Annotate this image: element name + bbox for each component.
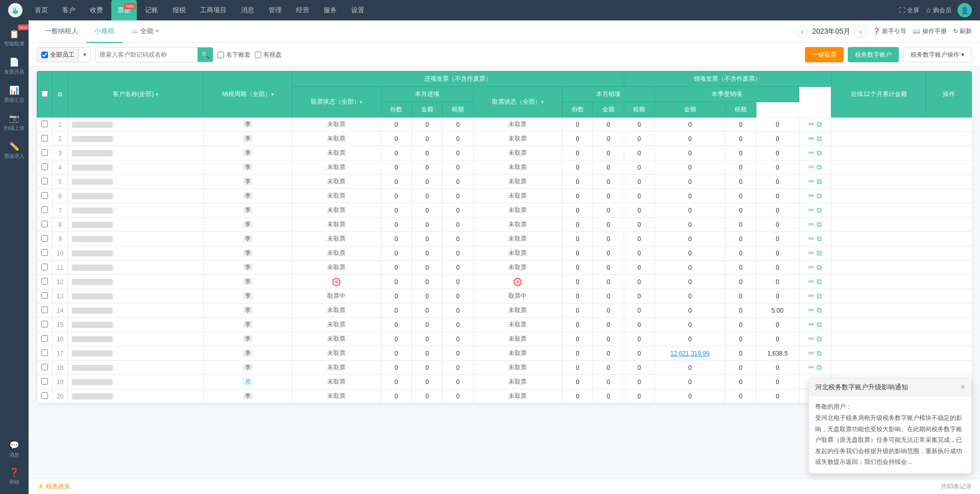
copy-button[interactable]: ⧉ — [817, 234, 822, 243]
table-cell[interactable]: ✏⧉ — [799, 132, 831, 146]
edit-button[interactable]: ✏ — [808, 320, 815, 328]
table-cell[interactable] — [37, 218, 53, 232]
table-cell[interactable]: ✏⧉ — [799, 275, 831, 289]
row-checkbox[interactable] — [41, 178, 48, 184]
tax-disk-checkbox[interactable] — [255, 52, 261, 58]
edit-button[interactable]: ✏ — [808, 192, 815, 200]
tab-small-scale[interactable]: 小规模 — [86, 20, 122, 43]
table-cell[interactable] — [37, 175, 53, 189]
select-all-checkbox[interactable] — [41, 90, 48, 97]
row-checkbox[interactable] — [41, 307, 48, 313]
copy-button[interactable]: ⧉ — [817, 163, 822, 171]
employee-select[interactable]: 全部员工 ▾ — [37, 47, 91, 62]
table-cell[interactable] — [37, 346, 53, 361]
copy-button[interactable]: ⧉ — [817, 120, 822, 128]
row-checkbox[interactable] — [41, 335, 48, 342]
table-cell[interactable]: ✏⧉ — [799, 189, 831, 203]
th-tax-cycle[interactable]: 纳税周期（全部）▾ — [203, 72, 292, 117]
edit-button[interactable]: ✏ — [808, 349, 815, 357]
nav-service[interactable]: 服务 — [317, 0, 343, 20]
nav-message[interactable]: 消息 — [235, 0, 260, 20]
nav-home[interactable]: 首页 — [29, 0, 54, 20]
table-cell[interactable]: ✏⧉ — [799, 175, 831, 189]
table-cell[interactable] — [37, 303, 53, 318]
copy-button[interactable]: ⧉ — [817, 249, 822, 257]
table-cell[interactable] — [37, 189, 53, 203]
edit-button[interactable]: ✏ — [808, 292, 815, 300]
row-checkbox[interactable] — [41, 149, 48, 156]
table-cell[interactable]: ✏⧉ — [799, 303, 831, 318]
edit-button[interactable]: ✏ — [808, 177, 815, 185]
copy-button[interactable]: ⧉ — [817, 206, 822, 214]
notification-close-button[interactable]: × — [961, 383, 965, 392]
row-checkbox[interactable] — [41, 206, 48, 213]
edit-button[interactable]: ✏ — [808, 220, 815, 228]
table-cell[interactable] — [37, 318, 53, 332]
row-checkbox[interactable] — [41, 235, 48, 242]
nav-settings[interactable]: 设置 — [345, 0, 371, 20]
table-cell[interactable] — [37, 275, 53, 289]
sidebar-item-help[interactable]: ❓ 帮助 — [0, 463, 29, 490]
row-checkbox[interactable] — [41, 392, 48, 399]
edit-button[interactable]: ✏ — [808, 335, 815, 343]
table-cell[interactable] — [37, 146, 53, 160]
table-cell[interactable]: ✏⧉ — [799, 332, 831, 346]
table-cell[interactable]: ✏⧉ — [799, 117, 831, 132]
row-checkbox[interactable] — [41, 278, 48, 285]
edit-button[interactable]: ✏ — [808, 149, 815, 157]
table-cell[interactable] — [37, 389, 53, 404]
tab-general-taxpayer[interactable]: 一般纳税人 — [37, 20, 86, 43]
row-checkbox[interactable] — [41, 292, 48, 299]
nav-invoice[interactable]: 票据 new — [111, 0, 137, 20]
nav-operation[interactable]: 经营 — [290, 0, 315, 20]
nav-billing[interactable]: 收费 — [84, 0, 109, 20]
table-cell[interactable] — [37, 203, 53, 218]
row-checkbox[interactable] — [41, 192, 48, 199]
edit-button[interactable]: ✏ — [808, 263, 815, 271]
edit-button[interactable]: ✏ — [808, 277, 815, 286]
th-out-ticket-status[interactable]: 取票状态（全部）▾ — [473, 87, 562, 117]
copy-button[interactable]: ⧉ — [817, 277, 822, 286]
edit-button[interactable]: ✏ — [808, 206, 815, 214]
new-guide-button[interactable]: ❓ 新手引导 — [873, 27, 906, 36]
table-cell[interactable]: ✏⧉ — [799, 203, 831, 218]
tab-all-capable[interactable]: ☁️ 全能 ▾ — [122, 20, 167, 43]
table-cell[interactable] — [37, 289, 53, 303]
edit-button[interactable]: ✏ — [808, 163, 815, 171]
table-cell[interactable] — [37, 117, 53, 132]
tax-disk-checkbox-label[interactable]: 有税盘 — [255, 51, 282, 59]
table-cell[interactable]: ✏⧉ — [799, 246, 831, 261]
edit-button[interactable]: ✏ — [808, 363, 815, 371]
nav-bookkeeping[interactable]: 记账 — [139, 0, 164, 20]
th-in-ticket-status[interactable]: 取票状态（全部）▾ — [292, 87, 381, 117]
out-status-filter[interactable]: ▾ — [541, 99, 544, 105]
refresh-button[interactable]: ↻ 刷新 — [953, 27, 972, 36]
copy-button[interactable]: ⧉ — [817, 306, 822, 314]
table-cell[interactable]: ✏⧉ — [799, 160, 831, 175]
table-cell[interactable]: ✏⧉ — [799, 346, 831, 361]
row-checkbox[interactable] — [41, 349, 48, 356]
row-checkbox[interactable] — [41, 378, 48, 385]
ledger-checkbox[interactable] — [217, 52, 224, 58]
sidebar-item-invoice-entry[interactable]: ✏️ 票据录入 — [0, 137, 29, 164]
copy-button[interactable]: ⧉ — [817, 192, 822, 200]
nav-customer[interactable]: 客户 — [56, 0, 82, 20]
in-status-filter[interactable]: ▾ — [360, 99, 362, 105]
date-prev-button[interactable]: ‹ — [796, 26, 808, 38]
row-checkbox[interactable] — [41, 264, 48, 270]
tax-policy-link[interactable]: ⚡ 税务政策 — [37, 482, 70, 491]
digital-account-ops-button[interactable]: 税务数字账户操作 ▾ — [903, 47, 972, 62]
edit-button[interactable]: ✏ — [808, 249, 815, 257]
nav-business[interactable]: 工商项目 — [194, 0, 233, 20]
th-customer-name[interactable]: 客户名称(全部) ▾ — [68, 72, 203, 117]
copy-button[interactable]: ⧉ — [817, 363, 822, 371]
digital-account-button[interactable]: 税务数字账户 — [848, 47, 899, 62]
copy-button[interactable]: ⧉ — [817, 220, 822, 228]
copy-button[interactable]: ⧉ — [817, 292, 822, 300]
row-checkbox[interactable] — [41, 364, 48, 370]
all-employee-checkbox[interactable] — [41, 52, 48, 58]
row-checkbox[interactable] — [41, 135, 48, 142]
table-cell[interactable] — [37, 132, 53, 146]
table-cell[interactable]: ✏⧉ — [799, 289, 831, 303]
table-cell[interactable] — [37, 246, 53, 261]
